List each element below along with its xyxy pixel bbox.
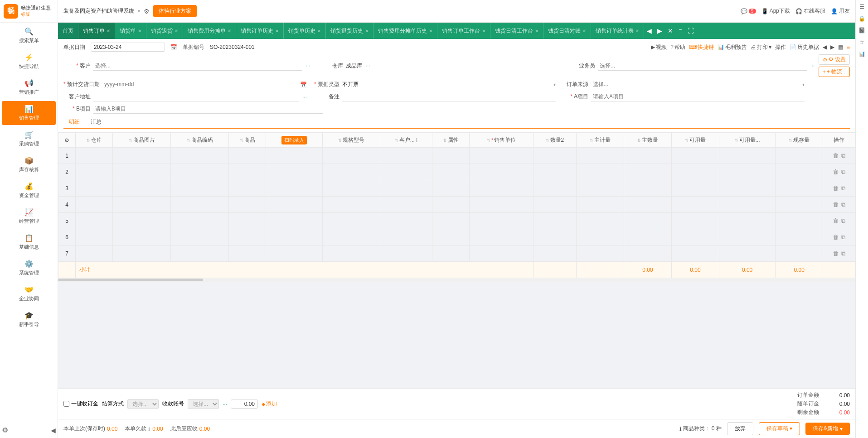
tab-close-icon[interactable]: ✕ bbox=[175, 29, 178, 34]
sidebar-item-system[interactable]: ⚙️ 系统管理 bbox=[2, 256, 56, 280]
bank-dots[interactable]: ··· bbox=[223, 401, 227, 407]
tab-invoice-history[interactable]: 销货单历史 ✕ bbox=[284, 23, 326, 39]
settings-icon[interactable]: ⚙ bbox=[2, 426, 8, 434]
invoice-arrow-icon[interactable]: ▾ bbox=[553, 82, 556, 87]
tab-close-icon[interactable]: ✕ bbox=[365, 29, 369, 34]
tab-return-history[interactable]: 销货退货历史 ✕ bbox=[326, 23, 373, 39]
delete-row-btn[interactable]: 🗑 bbox=[833, 217, 839, 224]
help-btn[interactable]: ? 帮助 bbox=[670, 43, 685, 51]
tab-home[interactable]: 首页 bbox=[58, 23, 78, 39]
row-main-qty[interactable] bbox=[624, 148, 671, 164]
add-item-btn[interactable]: ● 添加 bbox=[262, 400, 277, 408]
sidebar-item-finance[interactable]: 💰 资金管理 bbox=[2, 178, 56, 202]
print-btn[interactable]: 🖨 打印 ▾ bbox=[751, 43, 771, 51]
copy-row-btn[interactable]: ⧉ bbox=[841, 217, 845, 225]
right-tool-settings[interactable]: ☰ bbox=[859, 4, 864, 10]
operations-btn[interactable]: 操作 bbox=[775, 43, 786, 51]
copy-row-btn[interactable]: ⧉ bbox=[841, 234, 845, 241]
staff-input[interactable] bbox=[598, 61, 807, 71]
save-draft-arrow[interactable]: ▾ bbox=[790, 425, 792, 432]
save-new-arrow[interactable]: ▾ bbox=[840, 426, 843, 432]
tab-next-btn[interactable]: ▶ bbox=[655, 23, 665, 39]
tab-sales-expense[interactable]: 销售费用分摊单 ✕ bbox=[183, 23, 236, 39]
sidebar-item-base-info[interactable]: 📋 基础信息 bbox=[2, 230, 56, 254]
customer-input[interactable] bbox=[93, 61, 302, 71]
tab-expense-history[interactable]: 销售费用分摊单历史 ✕ bbox=[373, 23, 437, 39]
one-click-checkbox[interactable] bbox=[63, 401, 69, 407]
tab-sales-stats[interactable]: 销售订单统计表 ✕ bbox=[591, 23, 644, 39]
tab-summary[interactable]: 汇总 bbox=[85, 116, 107, 128]
list-view-btn[interactable]: ≡ bbox=[847, 44, 850, 50]
horizontal-scrollbar[interactable] bbox=[58, 278, 855, 282]
staff-dots[interactable]: ··· bbox=[810, 63, 815, 69]
delete-row-btn[interactable]: 🗑 bbox=[833, 234, 839, 241]
tab-close-icon[interactable]: ✕ bbox=[138, 29, 141, 34]
sidebar-item-sales[interactable]: 📊 销售管理 bbox=[2, 101, 56, 125]
next-record-btn[interactable]: ▶ bbox=[830, 44, 834, 50]
save-draft-button[interactable]: 保存草稿 ▾ bbox=[759, 422, 800, 435]
set-button[interactable]: ⚙ ⚙ 设置 bbox=[819, 54, 850, 65]
copy-row-btn[interactable]: ⧉ bbox=[841, 201, 845, 208]
topbar-gear-icon[interactable]: ⚙ bbox=[144, 8, 150, 15]
shortcuts-btn[interactable]: ⌨ 快捷键 bbox=[689, 43, 714, 51]
row-main-unit[interactable] bbox=[576, 148, 624, 164]
tab-daily-reconcile[interactable]: 钱货日清对账 ✕ bbox=[543, 23, 591, 39]
sidebar-item-guide[interactable]: 🎓 新手引导 bbox=[2, 308, 56, 332]
tab-more-btn[interactable]: ✕ bbox=[665, 23, 676, 39]
row-goods[interactable] bbox=[229, 148, 266, 164]
prev-record-btn[interactable]: ◀ bbox=[823, 44, 827, 50]
row-qty2[interactable] bbox=[533, 148, 576, 164]
tab-close-icon[interactable]: ✕ bbox=[635, 29, 639, 34]
tab-fullscreen-btn[interactable]: ⛶ bbox=[685, 23, 697, 39]
payment-method-select[interactable]: 选择... bbox=[127, 399, 159, 409]
scroll-thumb[interactable] bbox=[58, 279, 203, 281]
sidebar-item-inventory[interactable]: 📦 库存核算 bbox=[2, 153, 56, 177]
tab-close-icon[interactable]: ✕ bbox=[107, 29, 110, 34]
warehouse-dots[interactable]: ··· bbox=[366, 63, 370, 69]
row-scan[interactable] bbox=[266, 148, 322, 164]
right-tool-lock[interactable]: 🔒 bbox=[858, 15, 865, 22]
delivery-input[interactable] bbox=[102, 80, 297, 89]
tab-prev-btn[interactable]: ◀ bbox=[644, 23, 655, 39]
sidebar-item-purchase[interactable]: 🛒 采购管理 bbox=[2, 127, 56, 151]
remark-input[interactable] bbox=[342, 92, 556, 101]
scan-button[interactable]: 扫码录入 bbox=[281, 136, 307, 144]
delete-row-btn[interactable]: 🗑 bbox=[833, 250, 839, 257]
row-avail-qty2[interactable] bbox=[719, 148, 775, 164]
tab-close-icon[interactable]: ✕ bbox=[317, 29, 321, 34]
address-input[interactable] bbox=[93, 92, 299, 101]
copy-row-btn[interactable]: ⧉ bbox=[841, 185, 845, 192]
save-new-button[interactable]: 保存&新增 ▾ bbox=[805, 423, 850, 435]
tab-close-icon[interactable]: ✕ bbox=[582, 29, 586, 34]
online-service-item[interactable]: 🎧 在线客服 bbox=[795, 7, 825, 15]
delete-row-btn[interactable]: 🗑 bbox=[833, 185, 839, 192]
row-unit[interactable] bbox=[470, 148, 533, 164]
date-input[interactable] bbox=[91, 43, 165, 52]
tab-list-btn[interactable]: ≡ bbox=[676, 23, 685, 39]
delete-row-btn[interactable]: 🗑 bbox=[833, 201, 839, 208]
sidebar-item-search[interactable]: 🔍 搜索菜单 bbox=[2, 24, 56, 48]
tab-sales-order[interactable]: 销售订单 ✕ bbox=[78, 23, 115, 39]
address-dots[interactable]: ··· bbox=[302, 94, 307, 100]
a-project-input[interactable] bbox=[591, 92, 805, 101]
tab-close-icon[interactable]: ✕ bbox=[275, 29, 279, 34]
app-download-item[interactable]: 📱 App下载 bbox=[761, 7, 790, 15]
row-warehouse[interactable] bbox=[76, 148, 113, 164]
user-item[interactable]: 👤 用友 bbox=[831, 7, 850, 15]
row-spec[interactable] bbox=[322, 148, 380, 164]
history-btn[interactable]: 📄 历史单据 bbox=[790, 43, 819, 51]
delivery-calendar-icon[interactable]: 📅 bbox=[300, 82, 307, 88]
one-click-checkbox-label[interactable]: 一键收订金 bbox=[63, 400, 98, 408]
tab-sales-return[interactable]: 销货退货 ✕ bbox=[146, 23, 183, 39]
tab-close-icon[interactable]: ✕ bbox=[535, 29, 538, 34]
profit-btn[interactable]: 📊 毛利预告 bbox=[718, 43, 747, 51]
preview-btn[interactable]: ▶ 视频 bbox=[651, 43, 667, 51]
copy-row-btn[interactable]: ⧉ bbox=[841, 250, 845, 257]
add-logistics-button[interactable]: + + 物流 bbox=[819, 67, 850, 77]
tab-daily-workbench[interactable]: 钱货日清工作台 ✕ bbox=[490, 23, 543, 39]
right-tool-book[interactable]: 📓 bbox=[858, 27, 865, 34]
tab-close-icon[interactable]: ✕ bbox=[429, 29, 432, 34]
row-avail-qty[interactable] bbox=[671, 148, 719, 164]
sidebar-item-marketing[interactable]: 📢 营销推广 bbox=[2, 75, 56, 99]
collapse-icon[interactable]: ◀ bbox=[51, 427, 56, 434]
